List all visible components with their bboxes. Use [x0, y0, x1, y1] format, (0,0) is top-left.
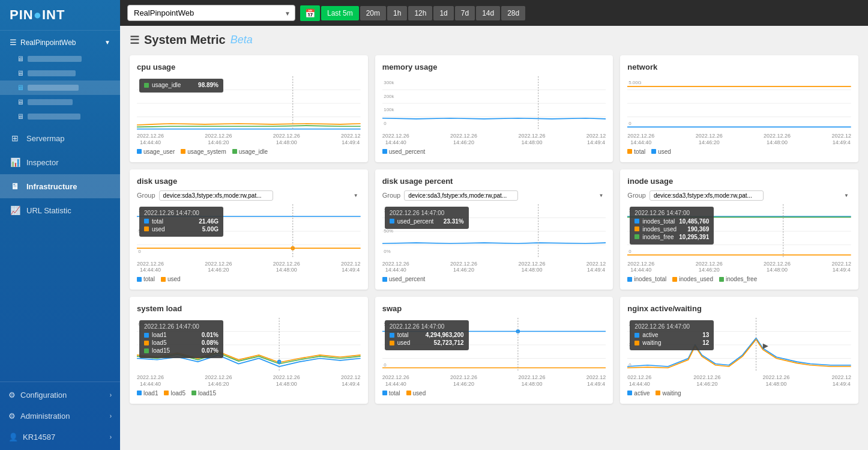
disk-group-select-wrap: device:sda3,fstype:xfs,mode:rw,pat... — [159, 190, 361, 201]
main-content: RealPinpointWeb 📅 Last 5m 20m 1h 12h 1d … — [120, 0, 868, 450]
app-logo: PIN●INT — [0, 0, 120, 31]
app-tree-item[interactable]: 🖥 — [0, 95, 120, 109]
swap-tooltip: 2022.12.26 14:47:00 total 4,294,963,200 … — [385, 320, 469, 350]
time-btn-last5m[interactable]: Last 5m — [321, 6, 359, 20]
x-axis: 022.12.2614:44:40 2022.12.2614:46:20 202… — [627, 374, 851, 388]
sidebar-item-infrastructure[interactable]: 🖥 Infrastructure — [0, 174, 120, 198]
section-title: ☰ System Metric Beta — [130, 33, 858, 47]
app-selector-wrap: RealPinpointWeb — [127, 5, 295, 21]
sidebar-item-administration[interactable]: ⚙ Administration › — [0, 406, 120, 427]
inode-group-select[interactable]: device:sda3,fstype:xfs,mode:rw,pat... — [649, 190, 764, 201]
cpu-tooltip: usage_idle 98.89% — [139, 79, 223, 93]
svg-text:0: 0 — [138, 249, 141, 254]
metric-title-swap: swap — [382, 304, 606, 313]
inode-tooltip: 2022.12.26 14:47:00 inodes_total 10,485,… — [630, 207, 714, 245]
legend-inodes-free: inodes_free — [719, 276, 757, 282]
memory-chart: 300k 200k 100k 0 — [382, 76, 606, 130]
app-tree-item[interactable]: 🖥 — [0, 66, 120, 81]
disk-percent-tooltip: 2022.12.26 14:47:00 used_percent 23.31% — [385, 207, 469, 229]
metric-card-disk-usage: disk usage Group device:sda3,fstype:xfs,… — [130, 169, 368, 290]
inode-group-row: Group device:sda3,fstype:xfs,mode:rw,pat… — [627, 190, 851, 201]
sidebar-item-user[interactable]: 👤 KR14587 › — [0, 427, 120, 448]
svg-text:0: 0 — [629, 249, 632, 254]
legend-waiting: waiting — [656, 390, 681, 397]
time-button-group: 📅 Last 5m 20m 1h 12h 1d 7d 14d 28d — [300, 5, 525, 21]
metrics-grid: cpu usage usage_idle 98.89% — [130, 55, 858, 404]
app-tree-header[interactable]: ☰ RealPinpointWeb ▼ — [0, 33, 120, 52]
legend-active: active — [627, 390, 649, 397]
grid-icon: ☰ — [130, 34, 139, 47]
x-axis: 2022.12.2614:44:40 2022.12.2614:46:20 20… — [627, 133, 851, 146]
app-tree-item[interactable]: 🖥 — [0, 81, 120, 95]
chart-legend-network: total used — [627, 148, 851, 155]
sidebar-item-url-statistic[interactable]: 📈 URL Statistic — [0, 198, 120, 222]
servermap-icon: ⊞ — [10, 133, 20, 143]
disk-group-row: Group device:sda3,fstype:xfs,mode:rw,pat… — [137, 190, 361, 201]
svg-text:200k: 200k — [384, 94, 394, 99]
metric-title-system-load: system load — [137, 304, 361, 313]
disk-percent-group-row: Group device:sda3,fstype:xfs,mode:rw,pat… — [382, 190, 606, 201]
svg-text:300k: 300k — [384, 81, 394, 86]
svg-text:0%: 0% — [384, 249, 390, 254]
sidebar-bottom: ⚙ Configuration › ⚙ Administration › 👤 K… — [0, 382, 120, 450]
disk-percent-group-select[interactable]: device:sda3,fstype:xfs,mode:rw,pat... — [404, 190, 518, 201]
legend-usage-user: usage_user — [137, 148, 175, 155]
config-chevron-icon: › — [110, 392, 112, 398]
legend-load15: load15 — [191, 390, 216, 397]
metric-title-nginx: nginx active/waiting — [627, 304, 851, 313]
sidebar-item-inspector[interactable]: 📊 Inspector — [0, 150, 120, 174]
metric-title-memory: memory usage — [382, 62, 606, 71]
sidebar-item-servermap[interactable]: ⊞ Servermap — [0, 126, 120, 150]
infrastructure-icon: 🖥 — [10, 181, 20, 191]
x-axis: 2022.12.2614:44:40 2022.12.2614:46:20 20… — [137, 133, 361, 146]
nginx-tooltip: 2022.12.26 14:47:00 active 13 waiting 12 — [630, 320, 714, 350]
metric-card-swap: swap 2022.12.26 14:47:00 total 4,294,963… — [375, 297, 613, 404]
sidebar-item-configuration[interactable]: ⚙ Configuration › — [0, 385, 120, 406]
chart-legend-cpu: usage_user usage_system usage_idle — [137, 148, 361, 155]
legend-total: total — [627, 148, 645, 155]
chart-legend-nginx: active waiting — [627, 390, 851, 397]
svg-text:0: 0 — [629, 362, 632, 368]
legend-total: total — [382, 390, 400, 397]
chart-legend-inode: inodes_total inodes_used inodes_free — [627, 276, 851, 282]
legend-total: total — [137, 276, 155, 282]
time-btn-1h[interactable]: 1h — [387, 6, 407, 20]
time-btn-20m[interactable]: 20m — [360, 6, 386, 20]
url-statistic-icon: 📈 — [10, 205, 20, 215]
sidebar-nav: ⊞ Servermap 📊 Inspector 🖥 Infrastructure… — [0, 126, 120, 382]
config-icon: ⚙ — [8, 391, 16, 400]
x-axis: 2022.12.2614:44:40 2022.12.2614:46:20 20… — [382, 374, 606, 388]
x-axis: 2022.12.2614:44:40 2022.12.2614:46:20 20… — [382, 133, 606, 146]
metric-title-network: network — [627, 62, 851, 71]
app-tree: ☰ RealPinpointWeb ▼ 🖥 🖥 🖥 🖥 — [0, 31, 120, 126]
chart-legend-memory: used_percent — [382, 148, 606, 155]
disk-tooltip: 2022.12.26 14:47:00 total 21.46G used 5.… — [139, 207, 223, 237]
legend-load1: load1 — [137, 390, 158, 397]
legend-used: used — [406, 390, 426, 397]
legend-used: used — [161, 276, 181, 282]
legend-used-percent: used_percent — [382, 148, 426, 155]
legend-inodes-used: inodes_used — [672, 276, 713, 282]
time-btn-14d[interactable]: 14d — [476, 6, 500, 20]
legend-load5: load5 — [164, 390, 185, 397]
svg-text:0: 0 — [384, 362, 387, 368]
time-btn-12h[interactable]: 12h — [408, 6, 432, 20]
time-btn-28d[interactable]: 28d — [501, 6, 525, 20]
chart-legend-swap: total used — [382, 390, 606, 397]
admin-icon: ⚙ — [8, 412, 16, 421]
app-selector[interactable]: RealPinpointWeb — [127, 5, 295, 21]
app-tree-item[interactable]: 🖥 — [0, 109, 120, 124]
disk-group-select[interactable]: device:sda3,fstype:xfs,mode:rw,pat... — [159, 190, 273, 201]
legend-inodes-total: inodes_total — [627, 276, 666, 282]
app-tree-title: RealPinpointWeb — [20, 38, 76, 47]
legend-usage-idle: usage_idle — [232, 148, 268, 155]
app-tree-item[interactable]: 🖥 — [0, 52, 120, 66]
svg-text:0: 0 — [629, 121, 632, 126]
time-btn-7d[interactable]: 7d — [455, 6, 475, 20]
legend-used-percent: used_percent — [382, 276, 426, 282]
svg-text:50%: 50% — [384, 228, 393, 234]
calendar-button[interactable]: 📅 — [300, 5, 320, 21]
metric-title-inode: inode usage — [627, 177, 851, 186]
time-btn-1d[interactable]: 1d — [433, 6, 453, 20]
svg-marker-58 — [763, 344, 768, 349]
